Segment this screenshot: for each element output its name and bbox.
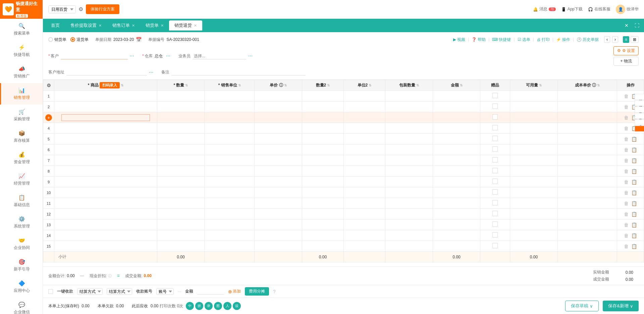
product-cell-1[interactable]	[54, 91, 157, 102]
product-cell-12[interactable]	[54, 209, 157, 219]
cost-cell-7[interactable]	[557, 155, 617, 166]
calc-method-select[interactable]: 结算方式	[77, 288, 103, 295]
price-cell-2[interactable]	[255, 102, 302, 112]
copy-icon-7[interactable]: 📋	[631, 158, 637, 163]
qty2-cell-2[interactable]	[302, 102, 343, 112]
qty-cell-14[interactable]	[157, 230, 205, 241]
sort-icon-price[interactable]: ⇅	[284, 83, 287, 87]
price-cell-3[interactable]	[255, 112, 302, 123]
pkg-cell-7[interactable]	[385, 155, 433, 166]
unit-cell-5[interactable]	[205, 134, 255, 144]
tab-sales-order[interactable]: 销售订单 ✕	[107, 20, 140, 30]
avail-cell-7[interactable]	[510, 155, 558, 166]
nav-prev-btn[interactable]: ‹	[604, 36, 610, 43]
bottom-icon-5[interactable]: 人	[223, 302, 231, 310]
delete-icon-13[interactable]: 🗑	[624, 222, 629, 228]
cost-cell-1[interactable]	[557, 91, 617, 102]
qty2-cell-6[interactable]	[302, 144, 343, 155]
pkg-cell-15[interactable]	[385, 241, 433, 252]
qty2-cell-4[interactable]	[302, 123, 343, 134]
sidebar-item-search[interactable]: 🔍 搜索菜单	[0, 19, 43, 40]
copy-icon-11[interactable]: 📋	[631, 201, 637, 206]
sidebar-item-shortcuts[interactable]: ⚡ 快捷导航	[0, 40, 43, 62]
close-sales-return-icon[interactable]: ✕	[194, 23, 197, 28]
close-tab-btn[interactable]: ✕	[623, 22, 631, 29]
avail-cell-8[interactable]	[510, 166, 558, 177]
address-select-btn[interactable]: ···	[149, 69, 153, 75]
calendar-icon[interactable]: 📅	[136, 37, 142, 42]
unit-cell-12[interactable]	[205, 209, 255, 219]
unit2-cell-3[interactable]	[343, 112, 385, 123]
cost-cell-2[interactable]	[557, 102, 617, 112]
video-btn[interactable]: ▶ 视频	[453, 37, 465, 43]
copy-icon-9[interactable]: 📋	[631, 179, 637, 185]
shortcut-btn[interactable]: ⌨ 快捷键	[492, 37, 511, 43]
qty2-cell-15[interactable]	[302, 241, 343, 252]
sort-icon-qty2[interactable]: ⇅	[327, 83, 330, 87]
close-sales-delivery-icon[interactable]: ✕	[161, 23, 164, 28]
copy-icon-13[interactable]: 📋	[631, 222, 637, 228]
right-panel-note-btn[interactable]: 笔记	[635, 94, 644, 100]
right-panel-room-btn[interactable]: 房屋	[635, 126, 644, 132]
account-dots[interactable]: ···	[178, 289, 181, 294]
amount-cell-2[interactable]	[433, 102, 480, 112]
unit2-cell-9[interactable]	[343, 177, 385, 187]
sort-icon-unit[interactable]: ⇅	[238, 83, 241, 87]
pkg-cell-6[interactable]	[385, 144, 433, 155]
unit-cell-13[interactable]	[205, 219, 255, 230]
unit-cell-2[interactable]	[205, 102, 255, 112]
trial-btn[interactable]: 体验行业方案	[86, 4, 119, 14]
cost-cell-11[interactable]	[557, 198, 617, 209]
bottom-icon-2[interactable]: 拼	[195, 302, 203, 310]
price-cell-4[interactable]	[255, 123, 302, 134]
unit2-cell-8[interactable]	[343, 166, 385, 177]
pkg-cell-12[interactable]	[385, 209, 433, 219]
save-draft-btn[interactable]: 保存草稿 ∨	[565, 301, 599, 311]
unit2-cell-11[interactable]	[343, 198, 385, 209]
expense-split-btn[interactable]: 费用分摊	[245, 287, 269, 296]
sort-icon-cost[interactable]: ⇅	[597, 83, 600, 87]
bottom-icon-6[interactable]: 设	[233, 302, 241, 310]
pkg-cell-13[interactable]	[385, 219, 433, 230]
delete-icon-7[interactable]: 🗑	[624, 158, 629, 163]
cost-cell-10[interactable]	[557, 187, 617, 198]
product-cell-2[interactable]	[54, 102, 157, 112]
unit-cell-6[interactable]	[205, 144, 255, 155]
qty2-cell-11[interactable]	[302, 198, 343, 209]
sidebar-item-enterprise[interactable]: 🤝 企业协同	[0, 233, 43, 255]
radio-sales-return[interactable]: 退货单	[70, 37, 89, 43]
avail-cell-1[interactable]	[510, 91, 558, 102]
sidebar-item-wechat[interactable]: 💬 企业微信	[0, 298, 43, 314]
copy-icon-14[interactable]: 📋	[631, 233, 637, 238]
cost-cell-3[interactable]	[557, 112, 617, 123]
qty-cell-11[interactable]	[157, 198, 205, 209]
staff-input[interactable]	[193, 53, 246, 59]
unit2-cell-7[interactable]	[343, 155, 385, 166]
cost-cell-8[interactable]	[557, 166, 617, 177]
unit-cell-9[interactable]	[205, 177, 255, 187]
help-btn[interactable]: ❓ 帮助	[472, 37, 486, 43]
select-order-btn[interactable]: ☑ 选单	[518, 37, 530, 43]
product-cell-15[interactable]	[54, 241, 157, 252]
delete-icon-12[interactable]: 🗑	[624, 211, 629, 217]
right-panel-attach-btn[interactable]: 附件	[635, 107, 644, 113]
amount-cell-7[interactable]	[433, 155, 480, 166]
sort-icon-pkg[interactable]: ⇅	[416, 83, 419, 87]
sort-icon-avail[interactable]: ⇅	[539, 83, 542, 87]
bottom-icon-3[interactable]: 录	[205, 302, 213, 310]
account-select[interactable]: 结算方式	[107, 288, 132, 295]
qty-cell-4[interactable]	[157, 123, 205, 134]
qty-cell-2[interactable]	[157, 102, 205, 112]
sidebar-item-guide[interactable]: 🎯 新手引导	[0, 255, 43, 276]
messages-btn[interactable]: 🔔 消息 70	[533, 6, 556, 12]
add-payment-btn[interactable]: ⊕ 添加	[228, 289, 241, 294]
bottom-icon-4[interactable]: 图	[214, 302, 222, 310]
delete-icon-8[interactable]: 🗑	[624, 169, 629, 174]
maximize-tab-btn[interactable]: ⛶	[633, 22, 641, 29]
delete-icon-10[interactable]: 🗑	[624, 190, 629, 195]
sidebar-item-system[interactable]: ⚙️ 系统管理	[0, 212, 43, 233]
add-row-btn[interactable]: +	[45, 114, 52, 121]
qty-cell-15[interactable]	[157, 241, 205, 252]
avail-cell-4[interactable]	[510, 123, 558, 134]
product-cell-3[interactable]	[54, 112, 157, 123]
